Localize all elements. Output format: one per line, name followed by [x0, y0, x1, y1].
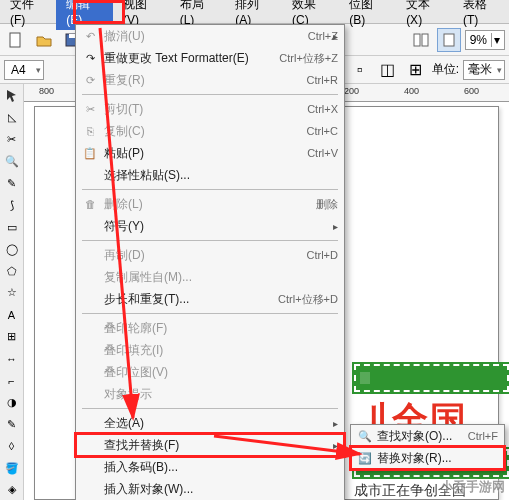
zoom-input[interactable]: 9% ▾ [465, 30, 505, 50]
unit-select[interactable]: 毫米 ▾ [463, 60, 505, 80]
separator [82, 240, 338, 241]
svg-rect-0 [10, 33, 20, 47]
menu-table[interactable]: 表格(T) [453, 0, 509, 30]
eyedrop-tool-icon[interactable]: ✎ [2, 414, 22, 434]
submenu-replace-objects[interactable]: 🔄替换对象(R)... [351, 447, 504, 469]
open-button[interactable] [32, 28, 56, 52]
menu-duplicate[interactable]: 再制(D)Ctrl+D [76, 244, 344, 266]
zoom-dropdown-icon[interactable]: ▾ [491, 33, 500, 47]
pick-tool-icon[interactable] [2, 86, 22, 106]
connect-tool-icon[interactable]: ⌐ [2, 371, 22, 391]
paste-icon: 📋 [82, 145, 98, 161]
page-layout-icon[interactable] [409, 28, 433, 52]
new-doc-button[interactable] [4, 28, 28, 52]
find-icon: 🔍 [357, 428, 373, 444]
zoom-tool-icon[interactable]: 🔍 [2, 152, 22, 172]
menu-repeat[interactable]: ⟳重复(R)Ctrl+R [76, 69, 344, 91]
menu-overprint-outline[interactable]: 叠印轮廓(F) [76, 317, 344, 339]
cut-icon: ✂ [82, 101, 98, 117]
menu-paste[interactable]: 📋粘贴(P)Ctrl+V [76, 142, 344, 164]
page-size-value: A4 [11, 63, 26, 77]
menu-cut[interactable]: ✂剪切(T)Ctrl+X [76, 98, 344, 120]
interactive-fill-icon[interactable]: ◈ [2, 480, 22, 500]
menu-overprint-fill[interactable]: 叠印填充(I) [76, 339, 344, 361]
text-tool-icon[interactable]: A [2, 305, 22, 325]
crop-tool-icon[interactable]: ✂ [2, 130, 22, 150]
fill-tool-icon[interactable]: 🪣 [2, 458, 22, 478]
redo-icon: ↷ [82, 50, 98, 66]
svg-rect-4 [422, 34, 428, 46]
undo-icon: ↶ [82, 28, 98, 44]
page-size-select[interactable]: A4 ▾ [4, 60, 44, 80]
menu-undo[interactable]: ↶撤消(U)Ctrl+Z▸ [76, 25, 344, 47]
copy-icon: ⎘ [82, 123, 98, 139]
dim-icon2[interactable]: ◫ [376, 58, 400, 82]
menubar: 文件(F) 编辑(E) 视图(V) 布局(L) 排列(A) 效果(C) 位图(B… [0, 0, 509, 24]
menu-bitmap[interactable]: 位图(B) [339, 0, 396, 30]
page-size-dropdown-icon: ▾ [36, 65, 41, 75]
effect-tool-icon[interactable]: ◑ [2, 392, 22, 412]
menu-delete[interactable]: 🗑删除(L)删除 [76, 193, 344, 215]
menu-redo[interactable]: ↷重做更改 Text Formatter(E)Ctrl+位移+Z [76, 47, 344, 69]
find-replace-submenu: 🔍查找对象(O)...Ctrl+F 🔄替换对象(R)... [350, 424, 505, 470]
zoom-value: 9% [470, 33, 487, 47]
menu-insert-barcode[interactable]: 插入条码(B)... [76, 456, 344, 478]
separator [82, 313, 338, 314]
toolbox: ◺ ✂ 🔍 ✎ ⟆ ▭ ◯ ⬠ ☆ A ⊞ ↔ ⌐ ◑ ✎ ◊ 🪣 ◈ [0, 84, 24, 500]
svg-rect-3 [414, 34, 420, 46]
replace-icon: 🔄 [357, 450, 373, 466]
edit-dropdown: ↶撤消(U)Ctrl+Z▸ ↷重做更改 Text Formatter(E)Ctr… [75, 24, 345, 500]
green-banner [354, 364, 509, 392]
delete-icon: 🗑 [82, 196, 98, 212]
menu-file[interactable]: 文件(F) [0, 0, 56, 30]
rectangle-tool-icon[interactable]: ▭ [2, 217, 22, 237]
repeat-icon: ⟳ [82, 72, 98, 88]
menu-text[interactable]: 文本(X) [396, 0, 453, 30]
separator [82, 94, 338, 95]
menu-copy[interactable]: ⎘复制(C)Ctrl+C [76, 120, 344, 142]
unit-value: 毫米 [468, 61, 492, 78]
menu-object-hint[interactable]: 对象提示 [76, 383, 344, 405]
menu-select-all[interactable]: 全选(A)▸ [76, 412, 344, 434]
polygon-tool-icon[interactable]: ⬠ [2, 261, 22, 281]
outline-tool-icon[interactable]: ◊ [2, 436, 22, 456]
dim-icon3[interactable]: ⊞ [404, 58, 428, 82]
menu-copy-props[interactable]: 复制属性自(M)... [76, 266, 344, 288]
separator [82, 189, 338, 190]
svg-rect-5 [444, 34, 454, 46]
menu-symbol[interactable]: 符号(Y)▸ [76, 215, 344, 237]
table-tool-icon[interactable]: ⊞ [2, 327, 22, 347]
ellipse-tool-icon[interactable]: ◯ [2, 239, 22, 259]
shape2-tool-icon[interactable]: ☆ [2, 283, 22, 303]
menu-overprint-bitmap[interactable]: 叠印位图(V) [76, 361, 344, 383]
unit-label: 单位: [432, 61, 459, 78]
dim-tool-icon[interactable]: ↔ [2, 349, 22, 369]
menu-find-replace[interactable]: 查找并替换(F)▸ [76, 434, 344, 456]
submenu-find-objects[interactable]: 🔍查找对象(O)...Ctrl+F [351, 425, 504, 447]
smart-tool-icon[interactable]: ⟆ [2, 195, 22, 215]
dim-icon1[interactable]: ▫ [348, 58, 372, 82]
separator [82, 408, 338, 409]
menu-insert-object[interactable]: 插入新对象(W)... [76, 478, 344, 500]
menu-paste-special[interactable]: 选择性粘贴(S)... [76, 164, 344, 186]
menu-step-repeat[interactable]: 步长和重复(T)...Ctrl+位移+D [76, 288, 344, 310]
shape-tool-icon[interactable]: ◺ [2, 108, 22, 128]
freehand-tool-icon[interactable]: ✎ [2, 174, 22, 194]
unit-dropdown-icon: ▾ [497, 65, 502, 75]
body-text-1: 成市正在争创全国 [354, 481, 509, 500]
page-full-icon[interactable] [437, 28, 461, 52]
